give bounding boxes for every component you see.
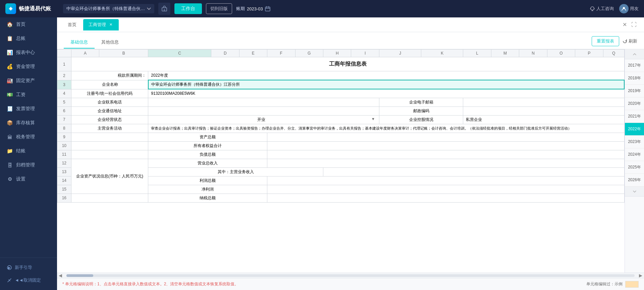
scroll-thumb[interactable] bbox=[66, 274, 93, 277]
subtab-other-info[interactable]: 其他信息 bbox=[95, 37, 125, 49]
cell-3-ab: 企业名称 bbox=[71, 80, 148, 89]
sidebar-item-general-ledger[interactable]: 📋 总账 bbox=[0, 31, 57, 46]
year-down-button[interactable] bbox=[625, 187, 644, 197]
col-header-j[interactable]: J bbox=[379, 50, 421, 57]
table-title-cell[interactable]: 工商年报信息表 bbox=[71, 57, 624, 71]
horizontal-scrollbar[interactable]: ◀ ▶ bbox=[57, 273, 644, 278]
col-header-h[interactable]: H bbox=[323, 50, 351, 57]
subtab-basic-info[interactable]: 基础信息 bbox=[64, 37, 95, 49]
workbench-button[interactable]: 工作台 bbox=[174, 3, 202, 14]
cell-11-value[interactable] bbox=[267, 150, 624, 159]
cell-2-c[interactable]: 2022年度 bbox=[148, 71, 624, 80]
col-header-q[interactable]: Q bbox=[603, 50, 624, 57]
sidebar-item-inventory[interactable]: 📦 库存核算 bbox=[0, 116, 57, 130]
tab-close-icon[interactable]: ✕ bbox=[108, 22, 113, 27]
period-selector[interactable]: 账期 2023-03 bbox=[236, 6, 270, 12]
year-item-2023年[interactable]: 2023年 bbox=[625, 136, 644, 148]
sidebar-item-payroll[interactable]: 💵 工资 bbox=[0, 88, 57, 102]
spreadsheet-main[interactable]: A B C D E F G H I J bbox=[57, 49, 625, 273]
sidebar-item-report-center[interactable]: 📊 报表中心 bbox=[0, 46, 57, 60]
col-header-m[interactable]: M bbox=[491, 50, 519, 57]
year-item-2019年[interactable]: 2019年 bbox=[625, 85, 644, 97]
year-item-2018年[interactable]: 2018年 bbox=[625, 72, 644, 85]
cell-12-value[interactable] bbox=[267, 159, 624, 167]
col-header-b[interactable]: B bbox=[99, 50, 148, 57]
sidebar-item-archive[interactable]: 🗄 归档管理 bbox=[0, 158, 57, 172]
sidebar-item-fixed-assets[interactable]: 🏭 固定资产 bbox=[0, 74, 57, 88]
cell-13-value[interactable] bbox=[323, 167, 624, 176]
year-item-2017年[interactable]: 2017年 bbox=[625, 59, 644, 72]
cell-4-value[interactable]: 91320100MA208E5W6K bbox=[148, 89, 624, 98]
refresh-button[interactable]: 刷新 bbox=[623, 36, 637, 46]
cell-7-status[interactable]: 开业 ▼ bbox=[148, 115, 379, 124]
col-header-c[interactable]: C bbox=[148, 50, 211, 57]
company-selector[interactable]: 中审众环会计师事务所（特殊普通合伙… bbox=[63, 4, 154, 13]
cell-8-value[interactable]: 审查企业会计报表；出具审计报告；验证企业资本；出具验资报告；办理企业合并、分立、… bbox=[148, 124, 624, 133]
year-item-2021年[interactable]: 2021年 bbox=[625, 110, 644, 123]
tab-home[interactable]: 首页 bbox=[62, 19, 82, 30]
sidebar-item-home[interactable]: 🏠 首页 bbox=[0, 17, 57, 31]
company-icon-button[interactable] bbox=[158, 3, 170, 15]
bottombar: * 单元格编辑说明：1、点击单元格直接录入数值或文本。2、清空单元格数值或文本恢… bbox=[57, 278, 644, 290]
cell-8-label: 主营业务活动 bbox=[71, 124, 148, 133]
cell-10-value[interactable] bbox=[267, 141, 624, 150]
cell-6-addr[interactable] bbox=[148, 106, 379, 115]
col-header-i[interactable]: I bbox=[351, 50, 379, 57]
cell-5-email[interactable] bbox=[463, 98, 624, 106]
cell-7-control[interactable]: 私营企业 bbox=[463, 115, 624, 124]
cell-9-value[interactable] bbox=[267, 133, 624, 141]
table-row: 4 注册号/统一社会信用代码 91320100MA208E5W6K bbox=[57, 89, 625, 98]
sidebar-item-tax[interactable]: 🏛 税务管理 bbox=[0, 130, 57, 144]
cell-14-value[interactable] bbox=[267, 176, 624, 185]
col-header-a[interactable]: A bbox=[71, 50, 99, 57]
user-icon bbox=[622, 6, 626, 11]
expand-window-button[interactable]: ⛶ bbox=[629, 20, 639, 29]
cell-15-value[interactable] bbox=[267, 185, 624, 194]
old-version-button[interactable]: 切到旧版 bbox=[206, 3, 232, 14]
year-item-2022年[interactable]: 2022年 bbox=[625, 123, 644, 136]
col-header-p[interactable]: P bbox=[575, 50, 603, 57]
year-up-button[interactable] bbox=[625, 49, 644, 59]
table-row: 11 负债总额 bbox=[57, 150, 625, 159]
close-window-button[interactable]: ✕ bbox=[620, 20, 629, 29]
unpin-icon bbox=[7, 278, 12, 283]
sidebar-item-settings[interactable]: ⚙ 设置 bbox=[0, 172, 57, 186]
row-num-11: 11 bbox=[57, 150, 71, 159]
reset-button[interactable]: 重置报表 bbox=[592, 36, 619, 46]
year-item-2025年[interactable]: 2025年 bbox=[625, 161, 644, 174]
cell-16-value[interactable] bbox=[267, 194, 624, 202]
sidebar-item-fund-management[interactable]: 💰 资金管理 bbox=[0, 60, 57, 74]
col-header-f[interactable]: F bbox=[267, 50, 295, 57]
sidebar-item-invoice[interactable]: 🧾 发票管理 bbox=[0, 102, 57, 116]
sidebar-item-closing[interactable]: 📁 结账 bbox=[0, 144, 57, 158]
cell-3-value[interactable]: 中审众环会计师事务所（特殊普通合伙）江苏分所 bbox=[148, 80, 624, 89]
col-header-l[interactable]: L bbox=[463, 50, 491, 57]
headset-icon bbox=[590, 6, 595, 11]
row-num-7: 7 bbox=[57, 115, 71, 124]
col-header-e[interactable]: E bbox=[239, 50, 267, 57]
year-item-2024年[interactable]: 2024年 bbox=[625, 148, 644, 161]
tab-biz-management[interactable]: 工商管理 ✕ bbox=[83, 19, 119, 30]
col-header-k[interactable]: K bbox=[421, 50, 463, 57]
year-item-2020年[interactable]: 2020年 bbox=[625, 97, 644, 110]
new-guide-button[interactable]: ▶ 新手引导 bbox=[0, 261, 57, 274]
unpin-button[interactable]: ◄◄取消固定 bbox=[0, 274, 57, 287]
cell-6-zip[interactable] bbox=[463, 106, 624, 115]
scroll-right-button[interactable]: ▶ bbox=[637, 273, 644, 278]
service-label: 人工咨询 bbox=[596, 6, 614, 12]
user-menu[interactable]: 用友 bbox=[619, 4, 639, 13]
scroll-left-button[interactable]: ◀ bbox=[57, 273, 64, 278]
cell-5-phone[interactable] bbox=[148, 98, 379, 106]
sidebar-item-label: 设置 bbox=[16, 176, 25, 182]
page-content: 基础信息 其他信息 重置报表 刷新 bbox=[57, 32, 644, 290]
col-header-d[interactable]: D bbox=[211, 50, 239, 57]
year-item-2026年[interactable]: 2026年 bbox=[625, 174, 644, 187]
scroll-track[interactable] bbox=[66, 274, 635, 277]
col-header-n[interactable]: N bbox=[519, 50, 547, 57]
row-num-5: 5 bbox=[57, 98, 71, 106]
service-button[interactable]: 人工咨询 bbox=[590, 6, 614, 12]
tax-icon: 🏛 bbox=[7, 134, 13, 140]
col-header-o[interactable]: O bbox=[547, 50, 575, 57]
col-header-g[interactable]: G bbox=[295, 50, 323, 57]
refresh-icon bbox=[623, 39, 627, 44]
